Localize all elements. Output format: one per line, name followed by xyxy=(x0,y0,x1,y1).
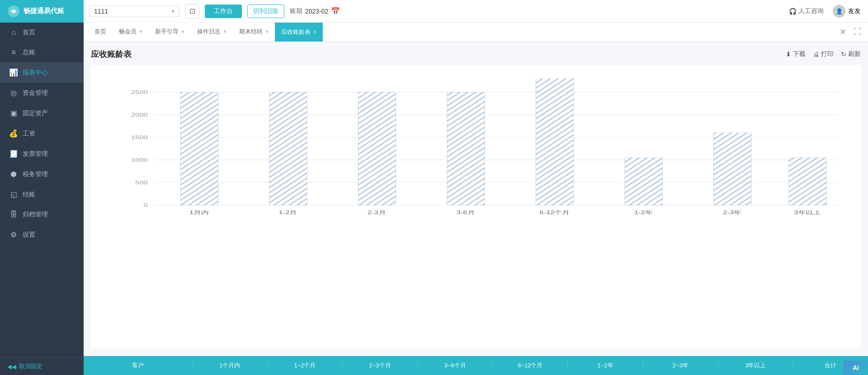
refresh-label: 刷新 xyxy=(848,50,861,58)
period-label: 账期 xyxy=(290,7,302,15)
page-title: 应收账龄表 xyxy=(91,49,132,60)
print-icon: 🖨 xyxy=(813,51,819,58)
settlement-icon: ◱ xyxy=(9,190,18,199)
download-icon: ⬇ xyxy=(786,51,791,58)
tab-oplog[interactable]: 操作日志 × xyxy=(191,23,233,42)
bar-chart: 0 500 1000 1500 2000 2500 1月内 xyxy=(100,74,852,228)
sidebar-item-general-ledger[interactable]: ≡ 总账 xyxy=(0,42,84,62)
switch-version-button[interactable]: 切到旧版 xyxy=(247,5,284,18)
sidebar-label-fund: 资金管理 xyxy=(23,89,48,97)
user-label: 友友 xyxy=(848,7,861,15)
print-button[interactable]: 🖨 打印 xyxy=(813,50,834,58)
tab-aging-close[interactable]: × xyxy=(313,29,316,35)
sidebar-item-settlement[interactable]: ◱ 结账 xyxy=(0,184,84,205)
sidebar: ⌂ 首页 ≡ 总账 📊 报表中心 ◎ 资金管理 ▣ 固定资产 💰 工资 🧾 发票… xyxy=(0,23,84,375)
refresh-button[interactable]: ↻ 刷新 xyxy=(841,50,861,58)
th-1-2year: 1~2年 xyxy=(568,361,643,370)
svg-text:2-3月: 2-3月 xyxy=(368,210,386,215)
bar-3-6month xyxy=(447,92,485,205)
tab-member[interactable]: 畅会员 × xyxy=(113,23,149,42)
bar-1month xyxy=(180,92,218,205)
sidebar-item-archive[interactable]: 🗄 归档管理 xyxy=(0,205,84,225)
svg-text:6-12个月: 6-12个月 xyxy=(539,210,569,215)
tab-aging-label: 应收账龄表 xyxy=(281,28,311,36)
sidebar-label-invoice: 发票管理 xyxy=(23,150,48,158)
user-area[interactable]: 👤 友友 xyxy=(833,5,861,18)
sidebar-item-tax[interactable]: ⬢ 税务管理 xyxy=(0,164,84,184)
sidebar-label-tax: 税务管理 xyxy=(23,170,48,178)
maximize-icon[interactable]: ⛶ xyxy=(852,25,863,38)
avatar: 👤 xyxy=(833,5,845,18)
tab-member-label: 畅会员 xyxy=(119,28,137,36)
ledger-icon: ≡ xyxy=(9,48,18,56)
sidebar-item-report-center[interactable]: 📊 报表中心 xyxy=(0,62,84,83)
sidebar-footer-pin[interactable]: ◀◀ 取消固定 xyxy=(0,357,84,375)
main-layout: ⌂ 首页 ≡ 总账 📊 报表中心 ◎ 资金管理 ▣ 固定资产 💰 工资 🧾 发票… xyxy=(0,23,868,375)
th-3plus-year: 3年以上 xyxy=(718,361,793,370)
th-1-2month: 1~2个月 xyxy=(268,361,343,370)
close-all-icon[interactable]: ✕ xyxy=(838,25,848,39)
ai-float-button[interactable]: Ai xyxy=(844,361,868,375)
sidebar-item-settings[interactable]: ⚙ 设置 xyxy=(0,225,84,245)
chevron-down-icon: ▾ xyxy=(172,8,175,14)
download-label: 下载 xyxy=(793,50,806,58)
tab-aging[interactable]: 应收账龄表 × xyxy=(275,23,323,42)
period-value: 2023-02 xyxy=(305,8,328,15)
tab-member-close[interactable]: × xyxy=(139,28,142,35)
header: 畅捷通易代账 1111 ▾ ⊡ 工作台 切到旧版 账期 2023-02 📅 🎧 … xyxy=(0,0,868,23)
svg-text:2-3年: 2-3年 xyxy=(723,210,741,215)
tab-home[interactable]: 首页 xyxy=(88,23,113,42)
svg-text:2000: 2000 xyxy=(131,112,148,117)
tab-home-label: 首页 xyxy=(94,28,106,36)
svg-text:0: 0 xyxy=(144,202,148,208)
pin-label: 取消固定 xyxy=(19,362,42,370)
th-2-3year: 2~3年 xyxy=(643,361,718,370)
sidebar-item-invoice[interactable]: 🧾 发票管理 xyxy=(0,144,84,164)
svg-text:1月内: 1月内 xyxy=(189,210,208,215)
tab-guide-label: 新手引导 xyxy=(155,28,179,36)
home-icon: ⌂ xyxy=(9,28,18,37)
tab-guide[interactable]: 新手引导 × xyxy=(149,23,191,42)
tab-guide-close[interactable]: × xyxy=(181,28,184,35)
support-link[interactable]: 🎧 人工咨询 xyxy=(789,7,824,15)
logo-icon xyxy=(7,5,20,18)
sidebar-item-home[interactable]: ⌂ 首页 xyxy=(0,23,84,42)
page-title-row: 应收账龄表 ⬇ 下载 🖨 打印 ↻ 刷新 xyxy=(91,49,861,60)
svg-text:1500: 1500 xyxy=(131,135,148,140)
tab-period-end-label: 期末结转 xyxy=(239,28,263,36)
refresh-icon: ↻ xyxy=(841,51,846,58)
tab-period-end[interactable]: 期末结转 × xyxy=(233,23,275,42)
svg-text:2500: 2500 xyxy=(131,89,148,95)
copy-button[interactable]: ⊡ xyxy=(185,4,199,19)
sidebar-label-home: 首页 xyxy=(23,28,35,37)
sidebar-label-settlement: 结账 xyxy=(23,191,35,199)
sidebar-item-payroll[interactable]: 💰 工资 xyxy=(0,123,84,144)
company-selector[interactable]: 1111 ▾ xyxy=(89,5,179,17)
fund-icon: ◎ xyxy=(9,89,18,97)
workbench-button[interactable]: 工作台 xyxy=(205,5,242,18)
pin-icon: ◀◀ xyxy=(7,363,16,370)
bar-1-2month xyxy=(269,92,307,205)
report-icon: 📊 xyxy=(9,68,18,77)
sidebar-item-fixed-assets[interactable]: ▣ 固定资产 xyxy=(0,103,84,123)
sidebar-label-payroll: 工资 xyxy=(23,130,35,138)
archive-icon: 🗄 xyxy=(9,211,18,219)
logo-area: 畅捷通易代账 xyxy=(0,0,84,23)
sidebar-label-report-center: 报表中心 xyxy=(23,69,48,77)
tab-oplog-close[interactable]: × xyxy=(223,28,226,35)
sidebar-label-settings: 设置 xyxy=(23,231,35,239)
sidebar-item-fund-management[interactable]: ◎ 资金管理 xyxy=(0,83,84,103)
th-3-6month: 3~6个月 xyxy=(418,361,493,370)
bar-3plus-year xyxy=(789,158,826,205)
sidebar-label-general-ledger: 总账 xyxy=(23,48,35,56)
bar-1-2year xyxy=(625,158,662,205)
invoice-icon: 🧾 xyxy=(9,150,18,158)
download-button[interactable]: ⬇ 下载 xyxy=(786,50,806,58)
tab-period-end-close[interactable]: × xyxy=(265,28,269,35)
payroll-icon: 💰 xyxy=(9,129,18,138)
calendar-icon[interactable]: 📅 xyxy=(331,7,340,15)
th-customer: 客户 xyxy=(84,361,193,370)
tab-bar-right: ✕ ⛶ xyxy=(838,25,863,39)
svg-text:500: 500 xyxy=(135,180,148,185)
th-1month: 1个月内 xyxy=(193,361,268,370)
